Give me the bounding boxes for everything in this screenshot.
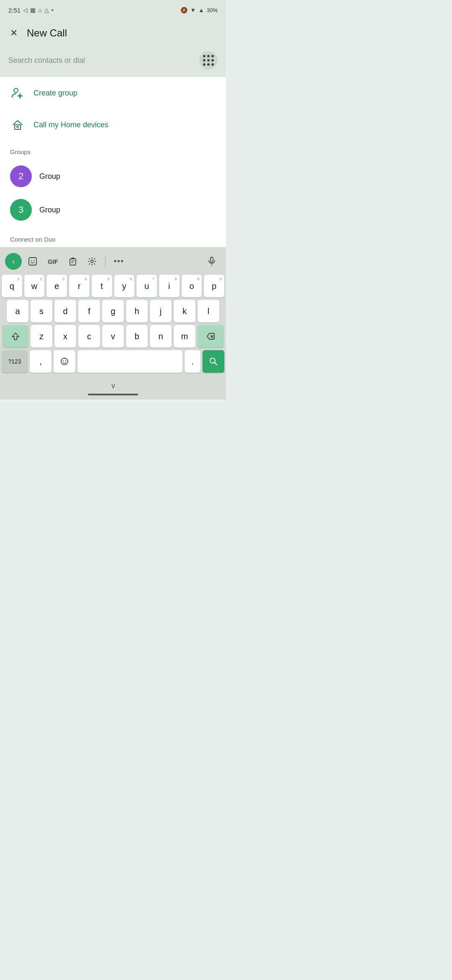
shift-key[interactable] [3, 325, 28, 348]
key-q[interactable]: 1q [2, 275, 22, 297]
connect-section-header: Connect on Duo [0, 227, 226, 247]
emoji-keyboard-button[interactable] [23, 253, 42, 270]
key-p[interactable]: 0p [204, 275, 224, 297]
key-c[interactable]: c [78, 325, 100, 348]
key-j[interactable]: j [150, 300, 172, 322]
keyboard-rows: 1q 2w 3e 4r 5t 6y 7u 8i 9o 0p a s d f g … [0, 273, 226, 379]
key-row-4: ?123 , . [2, 350, 224, 373]
svg-point-7 [33, 260, 34, 261]
status-time: 2:51 [8, 7, 21, 14]
key-d[interactable]: d [54, 300, 76, 322]
key-u[interactable]: 7u [136, 275, 157, 297]
page-header: ✕ New Call [0, 18, 226, 47]
comma-key[interactable]: , [30, 350, 51, 373]
create-group-icon [10, 85, 25, 101]
svg-point-16 [61, 358, 68, 365]
home-indicator [88, 394, 138, 395]
svg-rect-12 [211, 257, 213, 262]
key-h[interactable]: h [126, 300, 148, 322]
chevron-down-icon: ∨ [110, 381, 116, 390]
key-y[interactable]: 6y [114, 275, 135, 297]
keyboard: ‹ GIF ••• [0, 247, 226, 400]
keyboard-toolbar: ‹ GIF ••• [0, 250, 226, 273]
key-s[interactable]: s [31, 300, 52, 322]
group-avatar-2: 2 [10, 165, 32, 187]
calendar-icon: ▦ [30, 7, 36, 13]
group-item-2[interactable]: 2 Group [0, 160, 226, 193]
create-group-label: Create group [33, 89, 77, 98]
svg-point-6 [31, 260, 32, 261]
toolbar-divider [105, 255, 105, 267]
key-e[interactable]: 3e [46, 275, 67, 297]
group-avatar-3: 3 [10, 199, 32, 221]
group-name-2: Group [39, 172, 60, 181]
search-input[interactable] [8, 56, 195, 65]
signal-icon: ▲ [198, 7, 204, 13]
battery-level: 30% [207, 7, 218, 13]
key-k[interactable]: k [174, 300, 195, 322]
clipboard-button[interactable] [64, 253, 82, 269]
gif-button[interactable]: GIF [44, 255, 62, 268]
search-key[interactable] [203, 350, 224, 373]
key-t[interactable]: 5t [92, 275, 112, 297]
key-f[interactable]: f [78, 300, 100, 322]
key-r[interactable]: 4r [69, 275, 90, 297]
key-v[interactable]: v [102, 325, 124, 348]
key-g[interactable]: g [102, 300, 124, 322]
call-home-label: Call my Home devices [33, 121, 108, 129]
svg-point-18 [65, 360, 66, 361]
num-toggle-key[interactable]: ?123 [2, 350, 28, 373]
navigation-icon: ◁ [23, 7, 28, 13]
home-status-icon: ⌂ [38, 7, 41, 13]
svg-line-20 [215, 363, 217, 365]
key-l[interactable]: l [198, 300, 219, 322]
more-button[interactable]: ••• [110, 254, 128, 269]
group-item-3[interactable]: 3 Group [0, 193, 226, 227]
groups-section-header: Groups [0, 141, 226, 160]
key-a[interactable]: a [7, 300, 28, 322]
period-key[interactable]: . [185, 350, 200, 373]
key-row-3: z x c v b n m [2, 325, 224, 348]
create-group-item[interactable]: Create group [0, 77, 226, 109]
settings-button[interactable] [83, 253, 101, 269]
bottom-bar: ∨ [0, 379, 226, 400]
space-key[interactable] [77, 350, 182, 373]
key-i[interactable]: 8i [159, 275, 180, 297]
emoji-key[interactable] [54, 350, 75, 373]
key-n[interactable]: n [150, 325, 172, 348]
svg-rect-8 [70, 259, 76, 265]
svg-rect-5 [29, 258, 36, 265]
key-z[interactable]: z [31, 325, 52, 348]
page-title: New Call [27, 27, 67, 39]
home-call-icon [10, 117, 25, 132]
group-name-3: Group [39, 206, 60, 214]
svg-point-11 [91, 260, 93, 263]
backspace-key[interactable] [198, 325, 223, 348]
key-w[interactable]: 2w [24, 275, 45, 297]
key-row-1: 1q 2w 3e 4r 5t 6y 7u 8i 9o 0p [2, 275, 224, 297]
call-home-item[interactable]: Call my Home devices [0, 109, 226, 141]
home2-status-icon: △ [44, 7, 49, 13]
key-o[interactable]: 9o [182, 275, 202, 297]
keyboard-back-button[interactable]: ‹ [5, 253, 22, 270]
mic-button[interactable] [203, 253, 221, 270]
key-m[interactable]: m [174, 325, 195, 348]
main-content: Create group Call my Home devices Groups… [0, 77, 226, 247]
mute-icon: 🔕 [180, 7, 187, 13]
status-bar: 2:51 ◁ ▦ ⌂ △ • 🔕 ▼ ▲ 30% [0, 0, 226, 18]
key-b[interactable]: b [126, 325, 148, 348]
key-x[interactable]: x [54, 325, 76, 348]
close-button[interactable]: ✕ [8, 26, 19, 40]
svg-point-4 [17, 126, 18, 128]
wifi-icon: ▼ [190, 7, 196, 13]
svg-point-17 [63, 360, 64, 361]
svg-point-0 [14, 88, 18, 93]
dialpad-button[interactable] [199, 51, 218, 70]
search-bar [0, 47, 226, 77]
dot-icon: • [51, 7, 54, 13]
svg-rect-3 [15, 125, 21, 129]
dialpad-icon [203, 55, 214, 66]
key-row-2: a s d f g h j k l [2, 300, 224, 322]
